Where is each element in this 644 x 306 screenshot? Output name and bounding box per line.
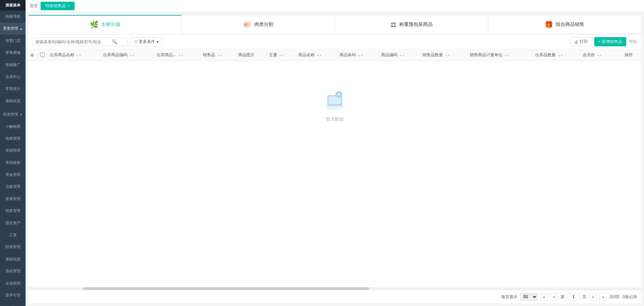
sidebar-item-wholesale[interactable]: 批发管理 bbox=[0, 108, 26, 120]
tab-combo-label: 组合商品销售 bbox=[556, 21, 584, 28]
sort-icon-main-qty[interactable]: ▲▼ bbox=[279, 54, 284, 57]
col-out-extra: 出库商品... ▲▼ bbox=[154, 49, 201, 61]
col-main-qty: 主量 ▲▼ bbox=[267, 49, 296, 61]
settings-icon[interactable]: ⚙ bbox=[30, 53, 34, 58]
col-settings[interactable]: ⚙ bbox=[28, 49, 38, 61]
horizontal-scrollbar[interactable] bbox=[28, 287, 641, 290]
sidebar-item-tax[interactable]: 税务管理 bbox=[0, 205, 26, 217]
sidebar-gear-icon[interactable]: ⚙ bbox=[0, 301, 26, 306]
main-content: 首页 特殊销售品 × 🌿 生鲜分级 🐖 肉类分割 ⚖ 称重预包装商品 🎁 组合商… bbox=[26, 0, 644, 306]
search-input[interactable] bbox=[35, 40, 110, 44]
search-icon[interactable]: 🔍 bbox=[112, 39, 117, 44]
col-image: 商品图片 bbox=[236, 49, 267, 61]
tab-meat-label: 肉类分割 bbox=[254, 21, 273, 28]
sidebar-item-member[interactable]: 会员中心 bbox=[0, 71, 26, 83]
col-checkbox[interactable] bbox=[38, 49, 47, 61]
sidebar-logo[interactable]: 搜索菜单 bbox=[0, 0, 26, 11]
sidebar-item-smart-store[interactable]: 智慧门店 bbox=[0, 35, 26, 47]
sort-icon-barcode[interactable]: ▲▼ bbox=[358, 54, 363, 57]
total-count: 0条记录 bbox=[623, 294, 637, 300]
sidebar-item-ledger[interactable]: 总账管理 bbox=[0, 181, 26, 193]
sort-icon-out-code[interactable]: ▲▼ bbox=[130, 54, 135, 57]
col-sale-product: 销售品 ▲▼ bbox=[201, 49, 236, 61]
page-label-before: 第 bbox=[560, 294, 565, 300]
scale-icon: ⚖ bbox=[390, 20, 396, 29]
page-label-after: 页 bbox=[582, 294, 586, 300]
meat-icon: 🐖 bbox=[243, 20, 252, 29]
sidebar-item-ecommerce-mgmt[interactable]: 电商管理 bbox=[0, 133, 26, 144]
sort-icon-out-qty[interactable]: ▲▼ bbox=[558, 54, 563, 57]
sidebar-item-salary[interactable]: 工资 bbox=[0, 229, 26, 241]
sort-icon-member-price[interactable]: ▲▼ bbox=[597, 54, 602, 57]
new-product-button[interactable]: + 新增销售品 bbox=[594, 37, 626, 46]
col-barcode: 商品条码 ▲▼ bbox=[338, 49, 379, 61]
active-tab[interactable]: 特殊销售品 × bbox=[41, 2, 75, 10]
combo-icon: 🎁 bbox=[544, 20, 553, 29]
sidebar-item-finance[interactable]: 资金管理 bbox=[0, 169, 26, 181]
content-area: 🌿 生鲜分级 🐖 肉类分割 ⚖ 称重预包装商品 🎁 组合商品销售 🔍 bbox=[28, 15, 641, 303]
per-page-select[interactable]: 10 20 50 100 bbox=[520, 293, 538, 301]
sidebar-item-base-info2[interactable]: 基础信息 bbox=[0, 253, 26, 265]
per-page-label: 每页显示 bbox=[501, 294, 518, 300]
col-operations: 操作 bbox=[623, 49, 641, 61]
sort-icon-product-name[interactable]: ▲▼ bbox=[316, 54, 322, 57]
sidebar-item-fixed-assets[interactable]: 固定资产 bbox=[0, 217, 26, 229]
close-tab-icon[interactable]: × bbox=[68, 4, 70, 8]
col-out-name: 出库商品名称 ▲▼ bbox=[47, 49, 101, 61]
col-unit: 销售商品计量单位 ▲▼ bbox=[468, 49, 533, 61]
tab-fresh[interactable]: 🌿 生鲜分级 bbox=[28, 15, 181, 34]
sort-icon-out-name[interactable]: ▲▼ bbox=[76, 54, 81, 57]
select-all-checkbox[interactable] bbox=[40, 52, 45, 57]
tab-combo[interactable]: 🎁 组合商品销售 bbox=[488, 15, 641, 34]
sort-icon-product-code[interactable]: ▲▼ bbox=[399, 54, 405, 57]
col-out-code: 出库商品编码 ▲▼ bbox=[101, 49, 154, 61]
print-label: 打印 bbox=[580, 39, 588, 45]
filter-button[interactable]: ▽ 更多条件 ▾ bbox=[131, 37, 162, 46]
home-link[interactable]: 首页 bbox=[30, 3, 38, 9]
sort-icon-sale-qty[interactable]: ▲▼ bbox=[445, 54, 450, 57]
sidebar-item-ecommerce[interactable]: 小畅电商 bbox=[0, 121, 26, 133]
table-header-row: ⚙ 出库商品名称 ▲▼ 出库商品编码 ▲▼ bbox=[28, 49, 641, 61]
active-tab-label: 特殊销售品 bbox=[45, 3, 66, 9]
sidebar-item-operations[interactable]: 经营管理 bbox=[0, 241, 26, 253]
prev-page-button[interactable]: < bbox=[551, 293, 558, 301]
toolbar-right: 🖨 打印 + 新增销售品 帮助 bbox=[570, 37, 637, 46]
category-tabs: 🌿 生鲜分级 🐖 肉类分割 ⚖ 称重预包装商品 🎁 组合商品销售 bbox=[28, 15, 641, 34]
col-product-code: 商品编码 ▲▼ bbox=[379, 49, 420, 61]
sort-icon-out-extra[interactable]: ▲▼ bbox=[178, 54, 183, 57]
current-page-input[interactable] bbox=[567, 293, 580, 300]
sidebar-item-enterprise[interactable]: 企业协同 bbox=[0, 277, 26, 289]
sidebar-item-quick-nav[interactable]: 快捷导航 bbox=[0, 11, 26, 22]
empty-text: 暂无数据 bbox=[326, 116, 344, 122]
sidebar-item-base-info[interactable]: 基础信息 bbox=[0, 95, 26, 107]
sort-icon-unit[interactable]: ▲▼ bbox=[504, 54, 510, 57]
sidebar-item-retail-stats[interactable]: 零售统计 bbox=[0, 83, 26, 95]
first-page-button[interactable]: « bbox=[540, 293, 548, 301]
sidebar-item-retail-mall[interactable]: 零售商城 bbox=[0, 47, 26, 59]
empty-state: 暂无数据 bbox=[28, 61, 641, 150]
col-out-qty: 出库品数量 ▲▼ bbox=[533, 49, 581, 61]
sidebar-item-inventory[interactable]: 库存核算 bbox=[0, 157, 26, 169]
sidebar-item-purchase[interactable]: 采购管理 bbox=[0, 144, 26, 156]
filter-icon: ▽ bbox=[134, 40, 137, 44]
sidebar-item-tutorial[interactable]: 新手引导 bbox=[0, 289, 26, 301]
filter-arrow-icon: ▾ bbox=[156, 40, 159, 44]
tab-scale[interactable]: ⚖ 称重预包装商品 bbox=[335, 15, 488, 34]
topbar: 首页 特殊销售品 × bbox=[26, 0, 644, 12]
sidebar-item-marketing[interactable]: 营销推广 bbox=[0, 59, 26, 71]
total-pages: 共0页 bbox=[610, 294, 620, 300]
tab-meat[interactable]: 🐖 肉类分割 bbox=[181, 15, 334, 34]
col-member-price: 会员价 ▲▼ bbox=[581, 49, 616, 61]
sidebar-item-system[interactable]: 系统管理 bbox=[0, 265, 26, 277]
next-page-button[interactable]: > bbox=[589, 293, 597, 301]
last-page-button[interactable]: » bbox=[599, 293, 606, 301]
print-icon: 🖨 bbox=[574, 40, 578, 44]
tab-fresh-label: 生鲜分级 bbox=[101, 21, 120, 28]
help-button[interactable]: 帮助 bbox=[629, 39, 637, 45]
sort-icon-sale[interactable]: ▲▼ bbox=[217, 54, 223, 57]
scroll-thumb[interactable] bbox=[83, 287, 369, 290]
col-product-name: 商品名称 ▲▼ bbox=[296, 49, 337, 61]
sidebar-item-invoice[interactable]: 发票管理 bbox=[0, 193, 26, 205]
sidebar-item-retail[interactable]: 零售管理 bbox=[0, 22, 26, 34]
print-button[interactable]: 🖨 打印 bbox=[570, 37, 591, 46]
